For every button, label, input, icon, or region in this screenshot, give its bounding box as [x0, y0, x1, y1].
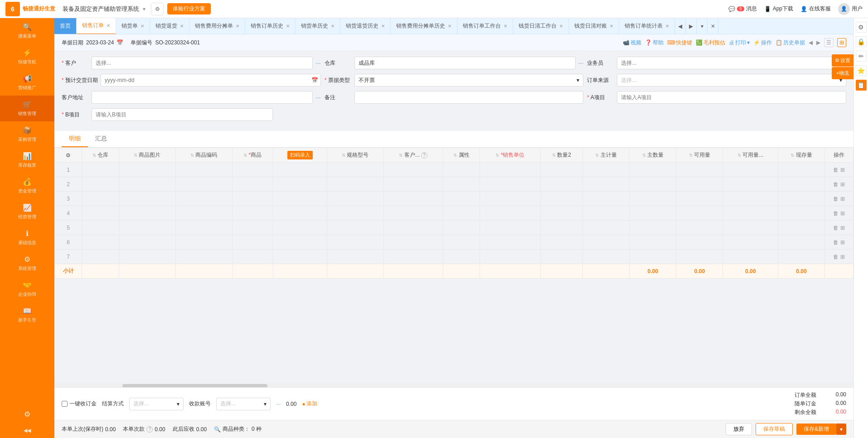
add-float-btn[interactable]: +物流	[832, 67, 853, 79]
calendar-icon[interactable]: 📅	[116, 39, 123, 46]
sidebar-item-6[interactable]: 💰资金管理	[0, 173, 54, 199]
row-delete-5[interactable]: 🗑	[833, 225, 839, 231]
tab-menu-btn[interactable]: ▾	[697, 18, 708, 34]
warehouse-input[interactable]	[354, 57, 576, 69]
tab-10[interactable]: 钱货日清工作台✕	[513, 18, 569, 34]
tab-prev-btn[interactable]: ◀	[675, 18, 686, 34]
view-link[interactable]: 📹 视频	[623, 39, 641, 47]
th-unit[interactable]: ⇅ *销售单位	[480, 148, 540, 163]
tab-9[interactable]: 销售订单工作台✕	[457, 18, 513, 34]
discard-button[interactable]: 放弃	[726, 423, 752, 435]
profit-link[interactable]: 💹 毛利预估	[696, 39, 725, 47]
delivery-date-input[interactable]	[101, 74, 321, 87]
th-qty2[interactable]: ⇅ 数量2	[540, 148, 582, 163]
tab-4[interactable]: 销售费用分摊单✕	[189, 18, 245, 34]
tab-close-2[interactable]: ✕	[141, 24, 144, 29]
sidebar-item-4[interactable]: 📦采购管理	[0, 121, 54, 147]
tab-close-all-btn[interactable]: ✕	[708, 18, 718, 34]
tab-close-8[interactable]: ✕	[448, 24, 451, 29]
remark-input[interactable]	[354, 91, 584, 104]
operation-link[interactable]: ⚡ 操作	[753, 39, 772, 47]
sidebar-item-8[interactable]: ℹ基础信息	[0, 225, 54, 250]
th-customer-code[interactable]: ⇅ 客户... ?	[383, 148, 443, 163]
invoice-type-select[interactable]: 不开票 ▾	[354, 74, 584, 87]
dots-btn2[interactable]: ···	[276, 401, 281, 407]
customer-address-input[interactable]	[92, 91, 313, 104]
table-scrollbar[interactable]	[54, 384, 853, 387]
row-copy-6[interactable]: ⊞	[840, 239, 845, 245]
tab-2[interactable]: 销货单✕	[116, 18, 150, 34]
salesman-input[interactable]	[617, 57, 838, 69]
th-spec[interactable]: ⇅ 规格型号	[327, 148, 383, 163]
tab-close-3[interactable]: ✕	[180, 24, 184, 29]
tab-1[interactable]: 销售订单✕	[77, 18, 116, 34]
th-code[interactable]: ⇅ 商品编码	[175, 148, 232, 163]
nav-next-btn[interactable]: ▶	[816, 39, 820, 46]
warehouse-dots-btn[interactable]: ···	[578, 59, 584, 67]
date-value[interactable]: 2023-03-24	[86, 39, 114, 46]
right-tool-clipboard[interactable]: 📋	[856, 80, 867, 91]
tab-close-10[interactable]: ✕	[559, 24, 563, 29]
customer-dots-btn[interactable]: ···	[315, 59, 321, 67]
payment-method-select[interactable]: 选择... ▾	[129, 398, 184, 410]
sidebar-item-11[interactable]: 📖新手引导	[0, 302, 54, 328]
tab-close-9[interactable]: ✕	[504, 24, 507, 29]
b-project-input[interactable]	[92, 108, 273, 121]
a-project-input[interactable]	[617, 91, 846, 104]
row-copy-4[interactable]: ⊞	[840, 210, 845, 217]
th-available2[interactable]: ⇅ 可用量...	[723, 148, 778, 163]
customer-address-dots-btn[interactable]: ···	[315, 94, 321, 101]
tab-close-5[interactable]: ✕	[286, 24, 290, 29]
tab-0[interactable]: 首页	[54, 18, 77, 34]
view-mode-list[interactable]: ☰	[824, 38, 834, 47]
save-new-button[interactable]: 保存&新增	[796, 424, 836, 435]
tab-close-1[interactable]: ✕	[107, 23, 110, 28]
view-mode-grid[interactable]: ⊞	[837, 38, 846, 47]
row-delete-2[interactable]: 🗑	[833, 181, 839, 188]
help-link[interactable]: ❓ 帮助	[645, 39, 664, 47]
number-value[interactable]: SO-20230324-001	[155, 39, 200, 46]
th-image[interactable]: ⇅ 商品图片	[119, 148, 175, 163]
right-tool-star[interactable]: ⭐	[856, 65, 867, 76]
right-tool-settings[interactable]: ⚙	[856, 22, 867, 33]
online-service-btn[interactable]: 👤 在线客服	[800, 5, 831, 13]
order-source-select[interactable]: 选择... ▾	[617, 74, 846, 87]
sidebar-collapse-btn[interactable]: ◀◀	[0, 423, 54, 438]
tab-detail[interactable]: 明细	[62, 131, 88, 147]
tab-3[interactable]: 销货退货✕	[150, 18, 189, 34]
row-copy-3[interactable]: ⊞	[840, 196, 845, 202]
right-tool-lock[interactable]: 🔒	[856, 36, 867, 47]
th-attr[interactable]: ⇅ 属性	[443, 148, 480, 163]
this-save-help-icon[interactable]: ?	[146, 426, 153, 433]
sidebar-item-2[interactable]: 📢营销推广	[0, 70, 54, 96]
tab-5[interactable]: 销售订单历史✕	[245, 18, 296, 34]
tab-close-12[interactable]: ✕	[665, 24, 669, 29]
help-circle-icon[interactable]: ?	[421, 152, 427, 159]
scan-button[interactable]: 扫码录入	[287, 151, 313, 159]
sidebar-item-9[interactable]: ⚙系统管理	[0, 250, 54, 276]
settings-icon[interactable]: ⚙	[151, 3, 164, 15]
th-main-unit[interactable]: ⇅ 主计量	[583, 148, 630, 163]
delivery-calendar-icon[interactable]: 📅	[311, 77, 318, 83]
sidebar-item-3[interactable]: 🛒销售管理	[0, 96, 54, 121]
row-copy-5[interactable]: ⊞	[840, 225, 845, 231]
tab-6[interactable]: 销货单历史✕	[296, 18, 340, 34]
add-payment-btn[interactable]: ● 添加	[302, 400, 317, 408]
tab-close-11[interactable]: ✕	[610, 24, 613, 29]
th-main-qty[interactable]: ⇅ 主数量	[630, 148, 676, 163]
sidebar-item-7[interactable]: 📈经营管理	[0, 199, 54, 225]
tab-11[interactable]: 钱货日清对账✕	[569, 18, 619, 34]
account-select[interactable]: 选择... ▾	[216, 398, 271, 410]
tab-7[interactable]: 销货退货历史✕	[340, 18, 391, 34]
history-link[interactable]: 📋 历史单据	[776, 39, 805, 47]
row-delete-7[interactable]: 🗑	[833, 254, 839, 260]
th-product[interactable]: ⇅ *商品	[232, 148, 273, 163]
tab-close-6[interactable]: ✕	[331, 24, 335, 29]
settings-float-btn[interactable]: ⚙ 设置	[832, 54, 853, 67]
sidebar-item-10[interactable]: 🤝企业协同	[0, 276, 54, 302]
tab-8[interactable]: 销售费用分摊单历史✕	[391, 18, 457, 34]
tab-close-7[interactable]: ✕	[381, 24, 385, 29]
th-available[interactable]: ⇅ 可用量	[676, 148, 723, 163]
shortcut-link[interactable]: ⌨ 快捷键	[667, 39, 692, 47]
save-new-dropdown-btn[interactable]: ▾	[836, 424, 846, 435]
